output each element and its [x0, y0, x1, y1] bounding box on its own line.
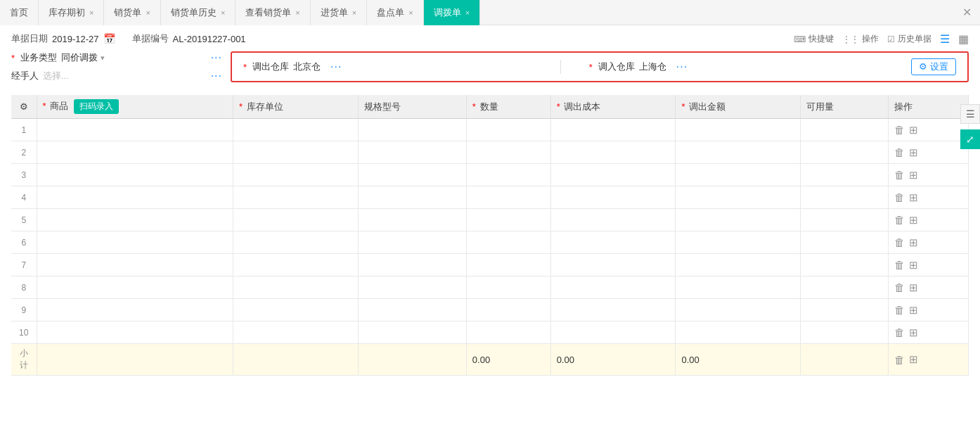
cell-unit[interactable]	[233, 119, 359, 141]
cell-product[interactable]	[37, 276, 233, 299]
settings-button[interactable]: ⚙ 设置	[911, 58, 956, 75]
cell-amount[interactable]	[676, 164, 801, 186]
tab-inventory-init[interactable]: 库存期初 ×	[39, 0, 104, 25]
row-copy-icon[interactable]: ⊞	[909, 146, 918, 159]
cell-spec[interactable]	[358, 119, 466, 141]
business-type-select[interactable]: 同价调拨 ▾	[61, 51, 105, 64]
cell-qty[interactable]	[466, 299, 550, 321]
cell-unit[interactable]	[233, 186, 359, 209]
cell-qty[interactable]	[466, 141, 550, 164]
cell-cost[interactable]	[550, 321, 676, 344]
cell-amount[interactable]	[676, 276, 801, 299]
cell-qty[interactable]	[466, 276, 550, 299]
row-copy-icon[interactable]: ⊞	[909, 214, 918, 227]
operate-action[interactable]: ⋮⋮ 操作	[842, 33, 879, 45]
cell-product[interactable]	[37, 321, 233, 344]
cell-available[interactable]	[801, 276, 889, 299]
cell-product[interactable]	[37, 164, 233, 186]
in-warehouse-more[interactable]: ···	[676, 60, 688, 73]
tab-close-inventory-check[interactable]: ×	[408, 8, 413, 17]
cell-amount[interactable]	[676, 141, 801, 164]
tab-sales[interactable]: 销货单 ×	[104, 0, 160, 25]
cell-unit[interactable]	[233, 254, 359, 276]
cell-spec[interactable]	[358, 299, 466, 321]
cell-spec[interactable]	[358, 276, 466, 299]
cell-qty[interactable]	[466, 119, 550, 141]
cell-unit[interactable]	[233, 299, 359, 321]
row-delete-icon[interactable]: 🗑	[894, 259, 905, 271]
cell-product[interactable]	[37, 209, 233, 231]
row-delete-icon[interactable]: 🗑	[894, 304, 905, 316]
row-copy-icon[interactable]: ⊞	[909, 259, 918, 272]
cell-cost[interactable]	[550, 254, 676, 276]
cell-qty[interactable]	[466, 231, 550, 254]
th-gear[interactable]: ⚙	[11, 95, 37, 119]
cell-available[interactable]	[801, 141, 889, 164]
tab-sales-history[interactable]: 销货单历史 ×	[161, 0, 236, 25]
cell-cost[interactable]	[550, 276, 676, 299]
cell-unit[interactable]	[233, 276, 359, 299]
cell-available[interactable]	[801, 119, 889, 141]
cell-product[interactable]	[37, 299, 233, 321]
cell-unit[interactable]	[233, 321, 359, 344]
tab-home[interactable]: 首页	[0, 0, 39, 25]
cell-product[interactable]	[37, 141, 233, 164]
row-delete-icon[interactable]: 🗑	[894, 124, 905, 136]
tab-close-purchase[interactable]: ×	[352, 8, 356, 17]
cell-qty[interactable]	[466, 164, 550, 186]
out-warehouse-more[interactable]: ···	[330, 60, 342, 73]
row-delete-icon[interactable]: 🗑	[894, 214, 905, 226]
tab-purchase[interactable]: 进货单 ×	[311, 0, 367, 25]
row-copy-icon[interactable]: ⊞	[909, 304, 918, 317]
cell-spec[interactable]	[358, 186, 466, 209]
cell-product[interactable]	[37, 186, 233, 209]
cell-qty[interactable]	[466, 321, 550, 344]
manager-select[interactable]: 选择...	[43, 70, 69, 82]
tab-view-sales[interactable]: 查看销货单 ×	[236, 0, 310, 25]
cell-available[interactable]	[801, 209, 889, 231]
cell-available[interactable]	[801, 254, 889, 276]
cell-unit[interactable]	[233, 231, 359, 254]
row-copy-icon[interactable]: ⊞	[909, 191, 918, 204]
scan-button[interactable]: 扫码录入	[74, 99, 119, 114]
row-delete-icon[interactable]: 🗑	[894, 281, 905, 293]
cell-available[interactable]	[801, 299, 889, 321]
cell-cost[interactable]	[550, 119, 676, 141]
business-type-more[interactable]: ···	[211, 51, 222, 64]
row-copy-icon[interactable]: ⊞	[909, 326, 918, 339]
cell-cost[interactable]	[550, 231, 676, 254]
cell-unit[interactable]	[233, 209, 359, 231]
cell-amount[interactable]	[676, 231, 801, 254]
tab-transfer[interactable]: 调拨单 ×	[424, 0, 480, 25]
cell-product[interactable]	[37, 119, 233, 141]
cell-spec[interactable]	[358, 141, 466, 164]
tab-inventory-check[interactable]: 盘点单 ×	[367, 0, 423, 25]
cell-cost[interactable]	[550, 141, 676, 164]
cell-spec[interactable]	[358, 164, 466, 186]
cell-available[interactable]	[801, 164, 889, 186]
cell-amount[interactable]	[676, 186, 801, 209]
tab-close-transfer[interactable]: ×	[465, 8, 470, 17]
subtotal-copy-icon[interactable]: ⊞	[909, 353, 918, 366]
tab-close-view-sales[interactable]: ×	[295, 8, 299, 17]
cell-product[interactable]	[37, 231, 233, 254]
layout-grid-icon[interactable]: ▦	[958, 32, 969, 46]
cell-available[interactable]	[801, 321, 889, 344]
row-copy-icon[interactable]: ⊞	[909, 281, 918, 294]
shortcut-action[interactable]: ⌨ 快捷键	[794, 33, 834, 45]
cell-cost[interactable]	[550, 299, 676, 321]
row-delete-icon[interactable]: 🗑	[894, 169, 905, 181]
cell-spec[interactable]	[358, 321, 466, 344]
row-delete-icon[interactable]: 🗑	[894, 191, 905, 203]
calendar-icon[interactable]: 📅	[103, 33, 115, 44]
cell-unit[interactable]	[233, 164, 359, 186]
cell-spec[interactable]	[358, 231, 466, 254]
cell-qty[interactable]	[466, 209, 550, 231]
row-delete-icon[interactable]: 🗑	[894, 146, 905, 158]
row-copy-icon[interactable]: ⊞	[909, 236, 918, 249]
row-delete-icon[interactable]: 🗑	[894, 236, 905, 248]
cell-unit[interactable]	[233, 141, 359, 164]
cell-amount[interactable]	[676, 119, 801, 141]
cell-qty[interactable]	[466, 254, 550, 276]
tab-bar-close-button[interactable]: ✕	[954, 6, 980, 19]
